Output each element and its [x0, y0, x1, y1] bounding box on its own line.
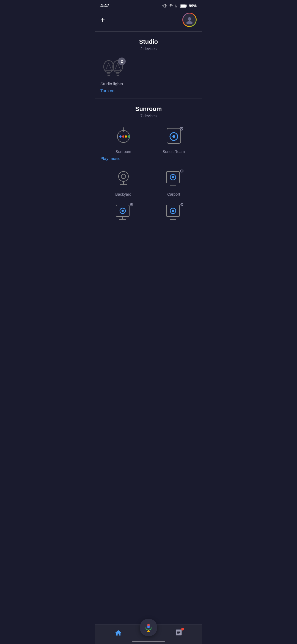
backyard-camera-label: Backyard [115, 192, 131, 197]
svg-point-17 [119, 135, 122, 138]
svg-point-5 [104, 61, 114, 73]
vibrate-icon [163, 4, 167, 8]
camera3-item[interactable]: ⚙ [100, 201, 146, 226]
backyard-camera-icon [112, 167, 134, 189]
signal-icon [175, 4, 178, 8]
svg-rect-1 [180, 5, 186, 7]
carport-camera-icon: ⚙ [163, 167, 185, 189]
svg-point-4 [186, 21, 193, 24]
svg-point-24 [119, 171, 128, 181]
top-bar: + [95, 10, 202, 31]
svg-point-30 [172, 176, 174, 178]
status-time: 4:47 [100, 3, 109, 8]
studio-lights-badge: 2 [118, 58, 126, 65]
status-icons: 99% [163, 4, 197, 8]
carport-camera-label: Carport [167, 192, 180, 197]
camera3-gear-icon: ⚙ [130, 202, 133, 207]
carport-gear-icon: ⚙ [180, 168, 184, 174]
camera4-gear-icon: ⚙ [180, 202, 184, 207]
studio-turn-on-button[interactable]: Turn on [100, 88, 114, 93]
sunroom-cameras-row1: Backyard ⚙ Carport [100, 167, 197, 197]
studio-section: Studio 2 devices [95, 32, 202, 93]
svg-point-25 [121, 174, 126, 179]
svg-point-23 [172, 135, 175, 138]
sunroom-speaker-icon [112, 125, 134, 147]
camera4-item[interactable]: ⚙ [151, 201, 197, 226]
svg-point-3 [188, 17, 191, 21]
studio-title: Studio [100, 38, 197, 45]
avatar-inner [183, 13, 196, 26]
sunroom-cameras-row2: ⚙ ⚙ [100, 201, 197, 226]
svg-point-19 [125, 135, 127, 138]
svg-point-35 [122, 210, 124, 212]
backyard-camera-item[interactable]: Backyard [100, 167, 146, 197]
carport-camera-item[interactable]: ⚙ Carport [151, 167, 197, 197]
sunroom-section: Sunroom 7 devices Sunroom [95, 99, 202, 226]
wifi-icon [169, 4, 173, 8]
sunroom-device-count: 7 devices [100, 114, 197, 118]
studio-lights-item[interactable]: 2 Studio lights Turn on [100, 58, 197, 93]
status-bar: 4:47 99% [95, 0, 202, 10]
studio-lights-icon-wrapper: 2 [100, 58, 125, 78]
sonos-roam-label: Sonos Roam [163, 149, 185, 154]
sunroom-speaker-label: Sunroom [116, 149, 131, 154]
studio-lights-name: Studio lights [100, 81, 123, 86]
studio-device-count: 2 devices [100, 47, 197, 51]
svg-point-18 [122, 135, 124, 138]
play-music-button[interactable]: Play music [100, 156, 197, 161]
svg-point-20 [128, 135, 130, 138]
sonos-gear-icon: ⚙ [179, 126, 184, 132]
sunroom-top-row: Sunroom ⚙ Sonos Roam [100, 125, 197, 154]
svg-rect-2 [186, 5, 187, 7]
battery-percent: 99% [189, 4, 197, 8]
svg-marker-9 [106, 63, 112, 70]
battery-icon [180, 4, 187, 8]
sunroom-speaker-item[interactable]: Sunroom [100, 125, 146, 154]
avatar[interactable] [182, 13, 197, 27]
svg-point-40 [172, 210, 174, 212]
add-button[interactable]: + [100, 15, 105, 24]
sonos-roam-item[interactable]: ⚙ Sonos Roam [151, 125, 197, 154]
camera3-icon: ⚙ [112, 201, 134, 223]
camera4-icon: ⚙ [163, 201, 185, 223]
sonos-roam-icon: ⚙ [163, 125, 185, 147]
sunroom-title: Sunroom [100, 105, 197, 113]
